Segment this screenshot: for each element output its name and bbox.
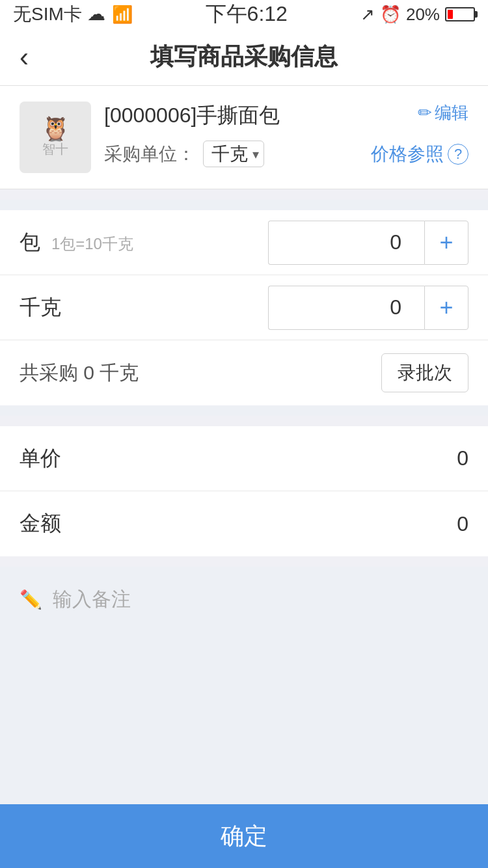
- price-ref-help-icon: ?: [448, 144, 468, 165]
- nav-bar: ‹ 填写商品采购信息: [0, 29, 488, 86]
- wifi-icon: 📶: [112, 5, 133, 25]
- pack-sublabel: 1包=10千克: [51, 235, 133, 252]
- kg-input-row: 千克 +: [0, 275, 488, 340]
- status-right: ↗ ⏰ 20%: [360, 5, 475, 25]
- amount-label: 金额: [20, 509, 61, 538]
- price-info-section: 单价 0 金额 0: [0, 426, 488, 556]
- battery-icon: [445, 7, 475, 21]
- pack-qty-input[interactable]: [268, 221, 424, 265]
- status-bar: 无SIM卡 ☁ 📶 下午6:12 ↗ ⏰ 20%: [0, 0, 488, 29]
- pack-plus-button[interactable]: +: [424, 221, 468, 265]
- total-value: 0: [83, 362, 94, 383]
- product-info: [0000006]手撕面包 ✏ 编辑 采购单位： 千克 价格参照 ?: [104, 102, 468, 167]
- alarm-icon: ⏰: [380, 5, 401, 25]
- purchase-unit-row: 采购单位： 千克 价格参照 ?: [104, 141, 468, 167]
- status-time: 下午6:12: [206, 0, 288, 29]
- section-divider-2: [0, 405, 488, 416]
- product-thumbnail: 🦉 智十: [20, 102, 91, 173]
- unit-select[interactable]: 千克: [203, 141, 264, 167]
- product-name-row: [0000006]手撕面包 ✏ 编辑: [104, 102, 468, 130]
- unit-label: 采购单位：: [104, 142, 195, 167]
- remark-section[interactable]: ✏️ 输入备注: [0, 567, 488, 632]
- page-title: 填写商品采购信息: [150, 41, 338, 73]
- back-button[interactable]: ‹: [20, 42, 29, 73]
- kg-qty-input[interactable]: [268, 286, 424, 330]
- confirm-button[interactable]: 确定: [0, 804, 488, 868]
- record-batch-button[interactable]: 录批次: [381, 353, 468, 392]
- amount-row: 金额 0: [0, 491, 488, 556]
- input-section: 包 1包=10千克 + 千克 +: [0, 210, 488, 340]
- product-card: 🦉 智十 [0000006]手撕面包 ✏ 编辑 采购单位： 千克: [0, 86, 488, 189]
- pack-input-row: 包 1包=10千克 +: [0, 210, 488, 275]
- kg-label: 千克: [20, 293, 268, 322]
- unit-price-label: 单价: [20, 444, 61, 473]
- price-reference-button[interactable]: 价格参照 ?: [371, 142, 468, 167]
- unit-price-value: 0: [457, 446, 468, 470]
- battery-percentage: 20%: [406, 5, 440, 25]
- kg-plus-button[interactable]: +: [424, 286, 468, 330]
- sim-status: 无SIM卡 ☁: [13, 2, 105, 27]
- status-left: 无SIM卡 ☁ 📶: [13, 2, 133, 27]
- edit-button[interactable]: ✏ 编辑: [418, 102, 468, 124]
- amount-value: 0: [457, 512, 468, 536]
- unit-selector-group: 采购单位： 千克: [104, 141, 264, 167]
- confirm-button-label: 确定: [221, 821, 267, 852]
- owl-logo: 🦉: [41, 117, 70, 141]
- section-divider-1: [0, 200, 488, 210]
- location-icon: ↗: [360, 5, 375, 25]
- edit-icon: ✏: [418, 103, 432, 123]
- kg-qty-wrap: +: [268, 286, 468, 330]
- bottom-space: [0, 632, 488, 828]
- total-row: 共采购 0 千克 录批次: [0, 340, 488, 405]
- thumb-label: 智十: [41, 141, 70, 158]
- unit-price-row: 单价 0: [0, 426, 488, 491]
- remark-placeholder: 输入备注: [53, 586, 131, 613]
- pack-label: 包 1包=10千克: [20, 228, 268, 257]
- pencil-icon: ✏️: [20, 589, 42, 610]
- pack-qty-wrap: +: [268, 221, 468, 265]
- total-text: 共采购 0 千克: [20, 360, 139, 387]
- product-name: [0000006]手撕面包: [104, 102, 280, 130]
- unit-select-wrap[interactable]: 千克: [203, 141, 264, 167]
